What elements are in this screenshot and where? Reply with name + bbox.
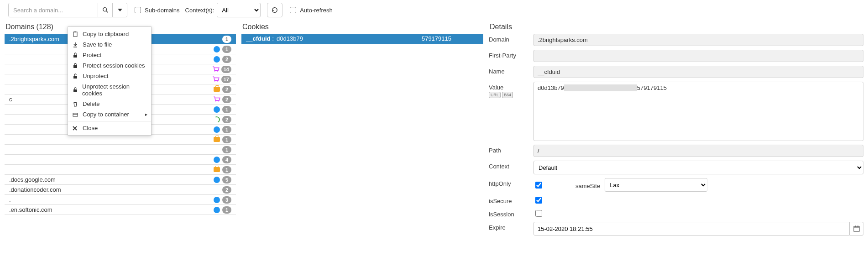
- label-first-party: First-Party: [489, 50, 529, 59]
- domain-count-badge: 1: [222, 206, 231, 214]
- search-input[interactable]: [9, 3, 98, 17]
- autorefresh-checkbox[interactable]: [290, 7, 296, 13]
- lock-icon: [73, 63, 79, 68]
- badge-b64[interactable]: B64: [502, 92, 513, 98]
- search-button[interactable]: [98, 3, 112, 17]
- menu-item-unprotect-session-cookies[interactable]: Unprotect session cookies: [68, 81, 151, 99]
- field-name[interactable]: [533, 66, 863, 78]
- domain-count-badge: 1: [222, 146, 231, 153]
- main: Domains (128) .2brightsparks.com11214172…: [0, 20, 868, 239]
- refresh-icon: [272, 7, 278, 13]
- dot-blue-icon: [213, 176, 220, 183]
- search-dropdown[interactable]: [112, 3, 127, 17]
- cookie-row[interactable]: __cfduid:d0d13b79579179115: [241, 34, 483, 44]
- domain-count-badge: 17: [221, 76, 231, 83]
- dot-blue-icon: [213, 206, 220, 214]
- domain-count-badge: 2: [222, 56, 231, 63]
- svg-point-2: [214, 71, 215, 72]
- svg-point-7: [218, 101, 219, 102]
- field-value[interactable]: d0d13b79 579179115: [533, 82, 863, 141]
- svg-rect-11: [73, 65, 77, 68]
- svg-point-6: [215, 101, 216, 102]
- label-issession: isSession: [489, 209, 529, 218]
- menu-item-label: Close: [83, 125, 98, 131]
- cookie-list[interactable]: __cfduid:d0d13b79579179115: [241, 34, 483, 44]
- domain-row[interactable]: .3: [5, 195, 236, 205]
- close-icon: [73, 126, 79, 131]
- domain-row[interactable]: .donationcoder.com2: [5, 185, 236, 195]
- domain-row[interactable]: .docs.google.com5: [5, 175, 236, 185]
- calendar-button[interactable]: [850, 222, 863, 236]
- menu-separator: [68, 121, 151, 121]
- briefcase-icon: [213, 166, 220, 173]
- menu-item-label: Unprotect: [83, 73, 108, 79]
- label-context: Context: [489, 161, 529, 170]
- menu-item-copy-to-container[interactable]: Copy to container▸: [68, 109, 151, 120]
- domain-name: .: [9, 196, 11, 203]
- label-value: Value: [489, 84, 529, 91]
- domain-row[interactable]: 1: [5, 145, 236, 155]
- subdomains-checkbox[interactable]: [135, 7, 141, 13]
- search-group: [8, 3, 127, 17]
- menu-item-copy-to-clipboard[interactable]: Copy to clipboard: [68, 29, 151, 39]
- domain-row[interactable]: 4: [5, 155, 236, 165]
- domain-count-badge: 2: [222, 116, 231, 123]
- svg-rect-13: [73, 89, 77, 92]
- autorefresh-toggle[interactable]: Auto-refresh: [288, 5, 333, 15]
- svg-rect-12: [73, 76, 77, 79]
- menu-item-label: Protect session cookies: [83, 62, 145, 69]
- domain-row[interactable]: .en.softonic.com1: [5, 205, 236, 215]
- field-issecure[interactable]: [535, 197, 542, 204]
- field-expire[interactable]: [533, 222, 850, 236]
- cookie-value-b: 579179115: [422, 35, 479, 42]
- domain-row[interactable]: 1: [5, 165, 236, 175]
- label-domain: Domain: [489, 34, 529, 43]
- svg-line-1: [106, 11, 108, 13]
- swirl-icon: [213, 116, 220, 123]
- field-domain[interactable]: [533, 34, 863, 46]
- domain-count-badge: 1: [222, 136, 231, 143]
- menu-item-label: Protect: [83, 52, 101, 58]
- download-icon: [73, 42, 79, 47]
- subdomains-toggle[interactable]: Sub-domains: [133, 5, 180, 15]
- label-name: Name: [489, 66, 529, 75]
- domain-row[interactable]: 1: [5, 135, 236, 145]
- trash-icon: [73, 101, 79, 107]
- domain-count-badge: 1: [222, 36, 231, 43]
- menu-item-label: Copy to clipboard: [83, 31, 129, 37]
- cart-icon: [212, 76, 220, 83]
- contexts-select[interactable]: All: [217, 3, 261, 17]
- field-context[interactable]: Default: [533, 161, 863, 174]
- dot-blue-icon: [213, 196, 220, 204]
- menu-item-label: Save to file: [83, 41, 112, 48]
- field-httponly[interactable]: [535, 182, 542, 189]
- dot-blue-icon: [213, 106, 220, 113]
- menu-item-unprotect[interactable]: Unprotect: [68, 71, 151, 81]
- svg-point-5: [217, 81, 218, 82]
- lock-icon: [73, 52, 79, 58]
- toolbar: Sub-domains Context(s): All Auto-refresh: [0, 0, 868, 20]
- field-issession[interactable]: [535, 210, 542, 217]
- label-value-group: Value URL B64: [489, 82, 529, 98]
- container-icon: [73, 112, 79, 117]
- menu-item-close[interactable]: Close: [68, 123, 151, 133]
- value-part-a: d0d13b79: [538, 84, 564, 91]
- autorefresh-label: Auto-refresh: [300, 7, 333, 14]
- domain-name: .donationcoder.com: [9, 186, 61, 193]
- svg-rect-10: [73, 55, 77, 58]
- field-samesite[interactable]: Lax: [605, 178, 707, 192]
- badge-url[interactable]: URL: [489, 92, 501, 98]
- field-path[interactable]: [533, 145, 863, 157]
- menu-item-save-to-file[interactable]: Save to file: [68, 39, 151, 50]
- field-first-party[interactable]: [533, 50, 863, 62]
- context-menu[interactable]: Copy to clipboardSave to fileProtectProt…: [68, 26, 152, 136]
- cookies-header: Cookies: [241, 20, 483, 34]
- domain-count-badge: 1: [222, 106, 231, 113]
- menu-item-protect-session-cookies[interactable]: Protect session cookies: [68, 60, 151, 71]
- label-httponly: httpOnly: [489, 178, 529, 187]
- svg-point-0: [103, 8, 106, 11]
- cookie-colon: :: [272, 35, 274, 42]
- refresh-button[interactable]: [267, 3, 282, 17]
- menu-item-delete[interactable]: Delete: [68, 99, 151, 109]
- menu-item-protect[interactable]: Protect: [68, 50, 151, 60]
